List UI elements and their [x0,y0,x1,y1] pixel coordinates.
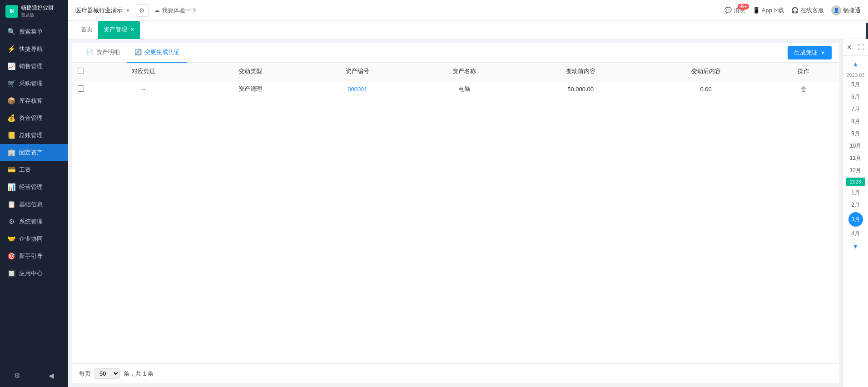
sidebar-item-salary[interactable]: 💳 工资 [0,161,68,179]
content-area: 📄 资产明细 🔄 变更生成凭证 生成凭证 ▼ [68,39,868,387]
asset-detail-icon: 📄 [86,49,94,55]
sidebar-item-quick-nav[interactable]: ⚡ 快捷导航 [0,40,68,58]
sidebar-item-ledger[interactable]: 📒 总账管理 [0,127,68,144]
row-checkbox-cell-0 [72,80,90,98]
calendar-year-badge: 2023 [843,178,868,186]
experience-button[interactable]: ☁ 我要体验一下 [154,6,197,15]
sidebar-item-fixed-assets[interactable]: 🏢 固定资产 [0,144,68,161]
online-service-button[interactable]: 🎧 在线客服 [791,6,824,15]
row-before-change-0: 50,000.00 [518,80,643,98]
page-size-select[interactable]: 50 10 20 100 [94,368,120,379]
tab-asset-mgmt[interactable]: 资产管理✕ [98,21,140,39]
sub-tabs: 📄 资产明细 🔄 变更生成凭证 生成凭证 ▼ [72,43,839,63]
experience-label: 我要体验一下 [162,6,197,15]
sidebar-collapse-btn[interactable]: ◀ [46,369,57,382]
sidebar-item-enterprise[interactable]: 🤝 企业协同 [0,230,68,248]
company-selector[interactable]: 医疗器械行业演示 ▼ [75,6,130,15]
sidebar-item-inventory[interactable]: 📦 库存核算 [0,92,68,109]
calendar-month-13[interactable]: 4月 [843,228,868,240]
sidebar-item-label-guide: 新手引导 [19,252,43,260]
user-info[interactable]: 👤 畅捷通 [831,5,861,15]
th-operation: 操作 [769,63,839,80]
tab-home[interactable]: 首页 [75,21,98,39]
app-download-label: App下载 [762,6,784,15]
user-avatar: 👤 [831,5,841,15]
sidebar-item-basic-info[interactable]: 📋 基础信息 [0,196,68,213]
calendar-month-current[interactable]: 3月 [848,212,863,227]
year-badge-9: 2023 [846,178,865,186]
guide-icon: 🎯 [7,252,15,260]
delete-icon-0[interactable]: 🗑 [800,85,807,93]
calendar-month-8[interactable]: 12月 [843,164,868,177]
th-asset-name: 资产名称 [411,63,518,80]
funds-icon: 💰 [7,114,15,122]
sidebar-settings-btn[interactable]: ⚙ [11,369,23,382]
sidebar-item-label-operations: 经营管理 [19,183,43,191]
row-checkbox-0[interactable] [78,85,84,92]
sidebar-item-system[interactable]: ⚙ 系统管理 [0,213,68,230]
row-change-type-0: 资产清理 [197,80,304,98]
generate-voucher-button[interactable]: 生成凭证 ▼ [788,46,832,60]
select-all-checkbox[interactable] [78,68,84,74]
logo-text-group: 畅捷通好业财 普及版 [21,5,54,18]
sidebar-item-app-center[interactable]: 🔲 应用中心 [0,265,68,282]
calendar-month-1[interactable]: 5月 [843,79,868,91]
message-icon: 💬 [724,7,732,14]
sidebar-item-label-purchase: 采购管理 [19,79,43,88]
row-after-change-0: 0.00 [643,80,769,98]
sidebar-item-search[interactable]: 🔍 搜索菜单 [0,23,68,40]
sidebar-item-purchase[interactable]: 🛒 采购管理 [0,75,68,92]
calendar-year-label: 2023.03 [843,70,868,79]
calendar-close-button[interactable]: ✕ [846,43,853,52]
calendar-month-4[interactable]: 8月 [843,115,868,128]
tab-label-asset-mgmt: 资产管理 [104,25,127,34]
tab-close-asset-mgmt[interactable]: ✕ [130,26,134,33]
sidebar-item-sales[interactable]: 📈 销售管理 [0,58,68,75]
sidebar-item-label-app-center: 应用中心 [19,269,43,278]
main-container: 医疗器械行业演示 ▼ ⚙ ☁ 我要体验一下 💬 消息 99+ 📱 App下载 🎧… [68,0,868,387]
data-table: 对应凭证 变动类型 资产编号 资产名称 变动前内容 变动后内容 操作 -- 资产… [72,63,839,98]
calendar-month-6[interactable]: 10月 [843,140,868,152]
sidebar-item-operations[interactable]: 📊 经营管理 [0,179,68,196]
calendar-scroll-down[interactable]: ▼ [843,240,868,253]
ledger-icon: 📒 [7,131,15,139]
table-row: -- 资产清理 000001 电脑 50,000.00 0.00 🗑 [72,80,839,98]
sidebar-item-label-fixed-assets: 固定资产 [19,149,43,157]
sidebar-logo: 财 畅捷通好业财 普及版 [0,0,68,23]
calendar-month-2[interactable]: 6月 [843,91,868,103]
sidebar-item-funds[interactable]: 💰 资金管理 [0,109,68,127]
calendar-list: ▲2023.035月6月7月8月9月10月11月12月20231月2月3月4月▼ [843,56,868,387]
settings-button[interactable]: ⚙ [136,4,149,17]
sales-icon: 📈 [7,62,15,70]
sub-tab-change-voucher[interactable]: 🔄 变更生成凭证 [127,43,187,63]
header-right: 💬 消息 99+ 📱 App下载 🎧 在线客服 👤 畅捷通 [724,5,861,15]
logo-sub: 普及版 [21,12,54,18]
sidebar-item-guide[interactable]: 🎯 新手引导 [0,248,68,265]
th-voucher: 对应凭证 [90,63,197,80]
gear-icon: ⚙ [139,7,145,14]
sub-tab-asset-detail[interactable]: 📄 资产明细 [79,43,127,63]
experience-icon: ☁ [154,7,160,14]
calendar-month-3[interactable]: 7月 [843,103,868,115]
main-panel: 📄 资产明细 🔄 变更生成凭证 生成凭证 ▼ [72,43,839,383]
calendar-header: ✕ ⛶ [843,39,868,56]
calendar-month-7[interactable]: 11月 [843,152,868,164]
logo-name: 畅捷通好业财 [21,5,54,12]
messages-button[interactable]: 💬 消息 99+ [724,6,745,15]
top-header: 医疗器械行业演示 ▼ ⚙ ☁ 我要体验一下 💬 消息 99+ 📱 App下载 🎧… [68,0,868,21]
sidebar-item-label-sales: 销售管理 [19,62,43,70]
generate-label: 生成凭证 [794,49,818,57]
sidebar-bottom: ⚙ ◀ [0,364,68,387]
sidebar-item-label-quick-nav: 快捷导航 [19,45,43,53]
table-container: 对应凭证 变动类型 资产编号 资产名称 变动前内容 变动后内容 操作 -- 资产… [72,63,839,363]
dropdown-arrow-icon: ▼ [820,50,825,55]
calendar-month-10[interactable]: 1月 [843,187,868,199]
app-download-button[interactable]: 📱 App下载 [753,6,784,15]
logo-icon: 财 [5,5,18,18]
calendar-month-5[interactable]: 9月 [843,128,868,140]
calendar-expand-button[interactable]: ⛶ [857,43,865,52]
calendar-scroll-up[interactable]: ▲ [843,58,868,70]
calendar-month-11[interactable]: 2月 [843,199,868,211]
username-label: 畅捷通 [843,6,861,15]
basic-info-icon: 📋 [7,200,15,208]
